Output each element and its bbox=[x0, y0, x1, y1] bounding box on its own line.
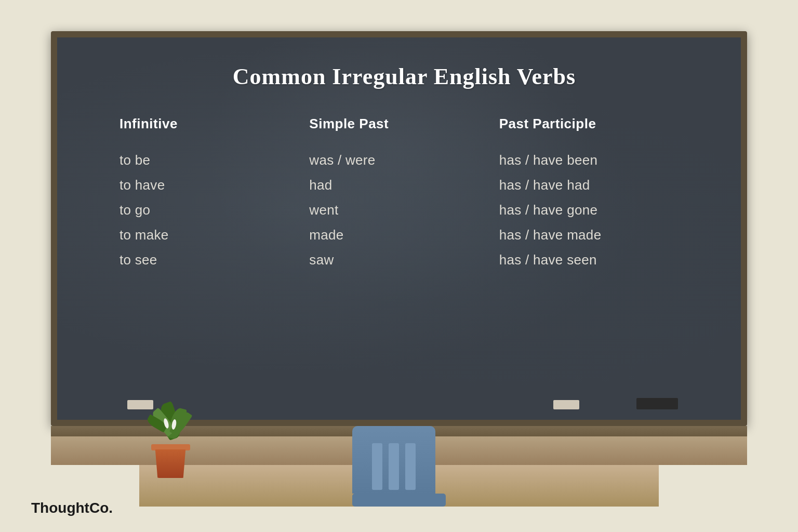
desk-area bbox=[51, 436, 747, 507]
col-item-past-2: had bbox=[309, 172, 499, 197]
col-item-infinitive-4: to make bbox=[119, 222, 309, 247]
columns-wrapper: Infinitive to be to have to go to make t… bbox=[119, 116, 689, 272]
col-item-infinitive-1: to be bbox=[119, 148, 309, 172]
col-item-participle-5: has / have seen bbox=[499, 247, 689, 272]
chalkboard-content: Common Irregular English Verbs Infinitiv… bbox=[57, 37, 741, 420]
chalkboard: Common Irregular English Verbs Infinitiv… bbox=[51, 31, 747, 426]
chair-seat bbox=[352, 494, 446, 507]
col-item-participle-4: has / have made bbox=[499, 222, 689, 247]
chair-container bbox=[352, 426, 446, 507]
col-item-infinitive-3: to go bbox=[119, 197, 309, 222]
col-header-past-participle: Past Participle bbox=[499, 116, 689, 132]
col-item-past-1: was / were bbox=[309, 148, 499, 172]
chair-back bbox=[352, 426, 435, 494]
col-item-participle-2: has / have had bbox=[499, 172, 689, 197]
col-item-infinitive-5: to see bbox=[119, 247, 309, 272]
pot bbox=[154, 449, 188, 478]
col-infinitive: Infinitive to be to have to go to make t… bbox=[119, 116, 309, 272]
chair-slat-3 bbox=[405, 443, 416, 490]
col-item-participle-1: has / have been bbox=[499, 148, 689, 172]
col-simple-past: Simple Past was / were had went made saw bbox=[309, 116, 499, 272]
chair-slat-2 bbox=[389, 443, 399, 490]
col-item-infinitive-2: to have bbox=[119, 172, 309, 197]
chair-slat-1 bbox=[372, 443, 382, 490]
page-wrapper: Common Irregular English Verbs Infinitiv… bbox=[0, 0, 798, 532]
logo-area: ThoughtCo. bbox=[31, 500, 113, 516]
col-item-past-3: went bbox=[309, 197, 499, 222]
col-past-participle: Past Participle has / have been has / ha… bbox=[499, 116, 689, 272]
board-title: Common Irregular English Verbs bbox=[119, 63, 689, 90]
col-item-participle-3: has / have gone bbox=[499, 197, 689, 222]
col-header-simple-past: Simple Past bbox=[309, 116, 499, 132]
plant-leaves bbox=[147, 392, 194, 444]
col-item-past-4: made bbox=[309, 222, 499, 247]
thoughtco-logo: ThoughtCo. bbox=[31, 500, 113, 516]
plant-container bbox=[147, 392, 194, 478]
col-header-infinitive: Infinitive bbox=[119, 116, 309, 132]
col-item-past-5: saw bbox=[309, 247, 499, 272]
